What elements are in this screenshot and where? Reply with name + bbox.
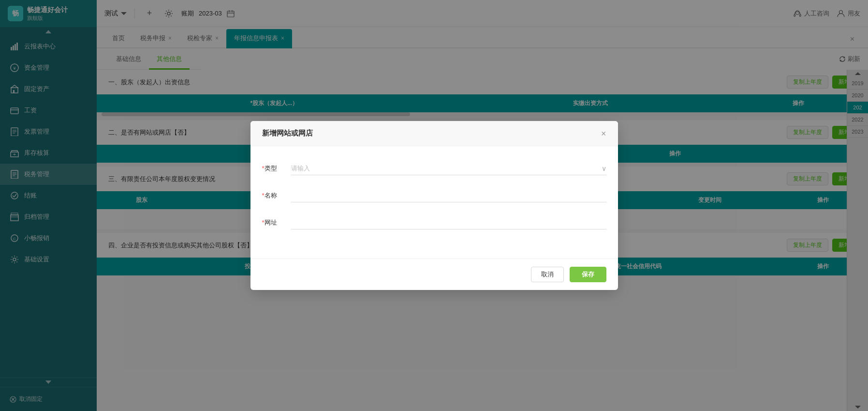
modal-footer: 取消 保存	[250, 259, 618, 290]
form-field-type: ∨	[291, 162, 606, 175]
form-label-url: *网址	[262, 218, 291, 227]
type-input[interactable]	[291, 162, 606, 175]
required-star-url: *	[262, 219, 265, 226]
modal-header: 新增网站或网店 ×	[250, 121, 618, 146]
form-label-type: *类型	[262, 164, 291, 173]
modal-overlay[interactable]: 新增网站或网店 × *类型 ∨ *名称	[0, 0, 868, 411]
form-item-type: *类型 ∨	[262, 162, 606, 175]
cancel-button[interactable]: 取消	[531, 267, 564, 282]
form-field-url	[291, 216, 606, 229]
required-star-type: *	[262, 165, 265, 172]
form-item-url: *网址	[262, 216, 606, 229]
save-button[interactable]: 保存	[570, 267, 606, 282]
required-star-name: *	[262, 192, 265, 199]
modal-body: *类型 ∨ *名称 *网址	[250, 146, 618, 259]
modal-close-button[interactable]: ×	[601, 129, 606, 138]
form-field-name	[291, 189, 606, 202]
form-label-name: *名称	[262, 191, 291, 200]
url-input[interactable]	[291, 216, 606, 229]
modal-title: 新增网站或网店	[262, 129, 313, 138]
form-item-name: *名称	[262, 189, 606, 202]
name-input[interactable]	[291, 189, 606, 202]
add-website-modal: 新增网站或网店 × *类型 ∨ *名称	[250, 121, 618, 290]
